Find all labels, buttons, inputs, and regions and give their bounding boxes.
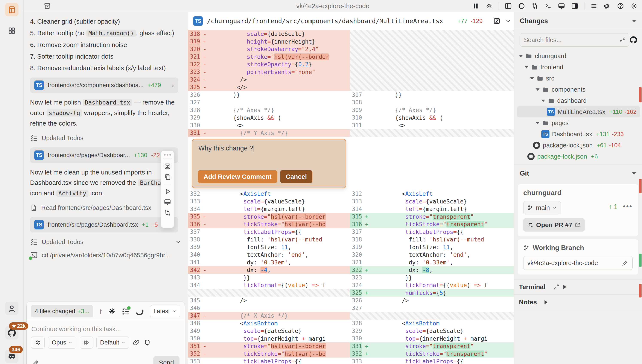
comment-input[interactable]: Why this change ? xyxy=(198,144,340,152)
more-options-icon[interactable] xyxy=(164,154,171,156)
diff-line[interactable]: 327 xyxy=(350,304,514,312)
message-input[interactable]: Continue working on this task... xyxy=(27,321,185,335)
diff-line[interactable]: 321dy: '0.33em', xyxy=(350,258,514,266)
diff-line[interactable]: 329scale={dateScale} xyxy=(350,327,514,335)
attach-file-icon[interactable] xyxy=(133,339,140,346)
panel-right-icon[interactable] xyxy=(571,2,579,10)
tree-folder-dashboard[interactable]: dashboard xyxy=(517,95,640,106)
diff-line[interactable]: 346 xyxy=(188,304,350,312)
diff-line[interactable]: 334left={margin.left} xyxy=(188,205,350,213)
diff-line[interactable]: 325+numTicks={5} xyxy=(350,289,514,297)
diff-line[interactable]: 328{/* Axes */} xyxy=(188,106,350,114)
notes-section-header[interactable]: Notes xyxy=(514,294,642,310)
diff-line[interactable]: 343}} xyxy=(188,274,350,282)
diff-line[interactable]: 331-{/* Y Axis */} xyxy=(188,129,350,137)
diff-line[interactable]: 335-stroke="hsl(var(--border xyxy=(188,213,350,221)
diff-line[interactable]: 322-strokeOpacity={0.2} xyxy=(188,60,350,68)
tree-folder-frontend[interactable]: frontend xyxy=(517,62,640,73)
file-edit-chip[interactable]: TSfrontend/src/pages/Dashboard.tsx+1-5› xyxy=(30,217,178,232)
diff-line[interactable]: 337tickLabelProps={{ xyxy=(188,228,350,236)
diff-line[interactable]: 323}} xyxy=(350,274,514,282)
updated-todos-row[interactable]: Updated Todos xyxy=(30,134,181,142)
diff-line[interactable]: 345/> xyxy=(188,296,350,304)
grid-view-button[interactable] xyxy=(5,24,19,37)
account-button[interactable] xyxy=(5,302,19,315)
changes-section-header[interactable]: Changes xyxy=(514,12,642,29)
repo-menu-icon[interactable]: ••• xyxy=(623,202,632,210)
diff-line[interactable]: 344tickFormat={(value) => f xyxy=(188,281,350,289)
diff-line[interactable]: 332<AxisLeft xyxy=(188,190,350,198)
terminal-command-row[interactable]: cd /private/var/folders/10/h7w0q46556ggr… xyxy=(30,251,181,259)
diff-line[interactable]: 326)} xyxy=(188,91,350,99)
diff-pane-old[interactable]: 318-scale={dateScale}319-height={innerHe… xyxy=(188,30,350,364)
diff-line[interactable]: 319-height={innerHeight} xyxy=(188,38,350,46)
expand-icon[interactable] xyxy=(553,284,559,290)
diff-line[interactable]: 307)} xyxy=(350,91,514,99)
diff-pane-new[interactable]: 307)}308309{/* Axes */}310{showAxis && (… xyxy=(350,30,514,364)
diff-line[interactable]: 311<> xyxy=(350,122,514,129)
github-connect-icon[interactable] xyxy=(143,339,151,346)
todos-indicator-icon[interactable] xyxy=(122,307,130,315)
pause-icon[interactable] xyxy=(472,2,480,10)
settings-icon[interactable] xyxy=(630,2,638,10)
diff-line[interactable]: 336-tickStroke="hsl(var(--bo xyxy=(188,220,350,228)
menu-icon[interactable] xyxy=(590,2,598,10)
diff-line[interactable]: 351-stroke="hsl(var(--border xyxy=(188,342,350,350)
diff-line[interactable]: 321-stroke="hsl(var(--border xyxy=(188,53,350,61)
diff-tool-icon[interactable] xyxy=(164,163,171,170)
send-button[interactable]: Send xyxy=(153,356,180,364)
edit-branch-icon[interactable] xyxy=(621,260,628,266)
diff-line[interactable]: 332+tickStroke="transparent" xyxy=(350,350,514,358)
terminal-prompt-icon[interactable] xyxy=(544,2,552,10)
tree-folder-components[interactable]: components xyxy=(517,84,640,95)
cancel-button[interactable]: Cancel xyxy=(280,170,312,183)
updated-todos-row[interactable]: Updated Todos xyxy=(30,238,181,246)
diff-line[interactable]: 309{/* Axes */} xyxy=(350,106,514,114)
diff-line[interactable]: 318fill: 'hsl(var(--muted xyxy=(350,236,514,244)
diff-line[interactable]: 316+tickStroke="transparent" xyxy=(350,220,514,228)
mode-dropdown[interactable]: Default xyxy=(96,336,129,348)
discord-link-button[interactable]: 346 xyxy=(5,350,19,363)
tree-folder-pages[interactable]: pages xyxy=(517,118,640,128)
diff-line[interactable]: 320textAnchor: 'end', xyxy=(350,251,514,258)
tree-file-package-lock.json[interactable]: package-lock.json+61-104 xyxy=(517,140,640,151)
diff-line[interactable]: 326/> xyxy=(350,296,514,304)
workspace-tab-button[interactable] xyxy=(5,3,19,16)
panel-left-icon[interactable] xyxy=(504,2,512,10)
commits-ahead[interactable]: ↑ 1 xyxy=(609,203,617,211)
run-icon[interactable] xyxy=(164,188,171,195)
file-edit-chip[interactable]: TSfrontend/src/components/dashboa...+479… xyxy=(30,78,178,93)
diff-line[interactable]: 333tickLabelProps={{ xyxy=(350,358,514,364)
megaphone-icon[interactable] xyxy=(603,2,611,10)
open-pr-button[interactable]: Open PR #7 xyxy=(523,218,585,232)
diff-line[interactable]: 339fontSize: 11, xyxy=(188,244,350,251)
help-icon[interactable] xyxy=(617,2,624,10)
diff-line[interactable]: 353tickLabelProps={{ xyxy=(188,358,350,364)
add-review-comment-button[interactable]: Add Review Comment xyxy=(198,170,277,183)
diff-line[interactable]: 331+stroke="transparent" xyxy=(350,342,514,350)
diff-line[interactable]: 338fill: 'hsl(var(--muted xyxy=(188,236,350,244)
github-link-button[interactable]: ★ 22k xyxy=(5,326,19,340)
diff-line[interactable]: 340textAnchor: 'end', xyxy=(188,251,350,258)
diff-line[interactable]: 315+stroke="transparent" xyxy=(350,213,514,221)
read-file-row[interactable]: Read frontend/src/pages/Dashboard.tsx xyxy=(30,204,181,212)
search-input[interactable] xyxy=(520,33,629,46)
diff-line[interactable]: 342-dx: -4, xyxy=(188,266,350,274)
tree-file-package-lock.json[interactable]: package-lock.json+6 xyxy=(517,151,640,162)
copy-icon[interactable] xyxy=(164,174,171,181)
monitor-icon[interactable] xyxy=(558,2,565,10)
diff-line[interactable]: 313scale={valueScale} xyxy=(350,198,514,206)
diff-line[interactable]: 312<AxisLeft xyxy=(350,190,514,198)
diff-line[interactable]: 318-scale={dateScale} xyxy=(188,30,350,38)
theme-icon[interactable] xyxy=(518,2,525,10)
archive-button[interactable] xyxy=(43,2,51,10)
chevron-down-icon[interactable] xyxy=(175,239,181,245)
diff-line[interactable]: 319fontSize: 11, xyxy=(350,244,514,251)
diff-line[interactable]: 320-strokeDasharray="2,4" xyxy=(188,45,350,53)
scroll-up-icon[interactable]: ↑ xyxy=(99,307,103,316)
git-compare-icon[interactable] xyxy=(164,209,171,216)
diff-line[interactable]: 314left={margin.left} xyxy=(350,205,514,213)
diff-line[interactable]: 329{showAxis && ( xyxy=(188,114,350,122)
diff-line[interactable]: 327 xyxy=(188,99,350,106)
tree-file-MultiLineArea.tsx[interactable]: TSMultiLineArea.tsx+110-162 xyxy=(517,106,640,118)
